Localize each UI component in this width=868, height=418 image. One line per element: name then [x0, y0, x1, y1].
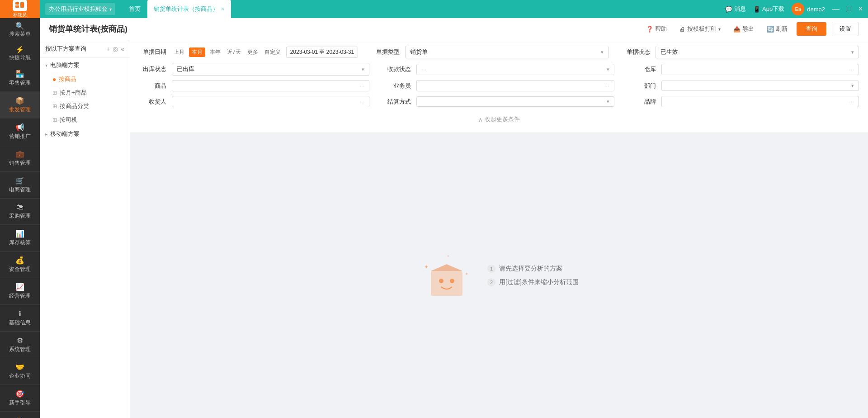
purchase-icon: 🛍 — [16, 203, 24, 211]
tree-sub-label-by-category: 按商品分类 — [60, 102, 89, 110]
date-tabs: 上月 本月 本年 近7天 更多 自定义 — [172, 48, 283, 57]
brand-dots: ··· — [849, 98, 854, 105]
sidebar-item-retail[interactable]: 🏪 零售管理 — [0, 65, 40, 92]
search-menu[interactable]: 🔍 搜索菜单 — [0, 18, 40, 42]
date-tab-more[interactable]: 更多 — [245, 48, 260, 57]
sidebar-item-basic[interactable]: ℹ 基础信息 — [0, 305, 40, 332]
date-tab-custom[interactable]: 自定义 — [263, 48, 283, 57]
inventory-icon: 📊 — [15, 229, 24, 238]
window-minimize-btn[interactable]: — — [832, 5, 840, 13]
tab-close-icon[interactable]: × — [221, 6, 224, 12]
collapse-panel-icon[interactable]: « — [121, 45, 124, 52]
scheme-panel-header: 按以下方案查询 + ◎ « — [40, 40, 130, 58]
user-profile[interactable]: Ea demo2 — [792, 3, 825, 15]
message-icon: 💬 — [725, 6, 732, 13]
sidebar-item-inventory[interactable]: 📊 库存核算 — [0, 225, 40, 252]
doc-status-label: 单据状态 — [614, 48, 650, 56]
app-download-btn[interactable]: 📱 App下载 — [753, 5, 784, 13]
receiver-select[interactable]: ··· — [172, 96, 369, 107]
svg-marker-4 — [431, 264, 462, 271]
doc-status-select[interactable]: 已生效 ▾ — [656, 46, 859, 58]
tree-sub-item-by-month-product[interactable]: ⊞ 按月+商品 — [40, 86, 130, 100]
account-selector[interactable]: 办公用品行业模拟账套 ▾ — [45, 3, 115, 15]
svg-rect-1 — [15, 5, 19, 8]
pay-status-dots: ··· — [421, 66, 426, 73]
page-header: 销货单统计表(按商品) ❓ 帮助 🖨 按模板打印 ▾ 📤 导出 🔄 刷新 — [40, 18, 868, 40]
date-tab-7days[interactable]: 近7天 — [225, 48, 243, 57]
tree-sub-item-by-category[interactable]: ⊞ 按商品分类 — [40, 100, 130, 113]
out-status-label: 出库状态 — [139, 65, 166, 73]
tree-sub-item-by-cashier[interactable]: ⊞ 按司机 — [40, 113, 130, 127]
svg-point-5 — [439, 279, 443, 283]
sales-icon: 💼 — [15, 150, 24, 158]
date-tab-this-year[interactable]: 本年 — [208, 48, 222, 57]
window-maximize-btn[interactable]: □ — [847, 5, 851, 13]
quick-nav[interactable]: ⚡ 快捷导航 — [0, 42, 40, 65]
tree-sub-item-by-product[interactable]: ● 按商品 — [40, 72, 130, 86]
marketing-icon: 📢 — [15, 123, 24, 132]
tree-item-label: 电脑端方案 — [50, 61, 80, 69]
top-bar: 办公用品行业模拟账套 ▾ 首页 销货单统计表（按商品） × 💬 消息 📱 App… — [40, 0, 868, 18]
sidebar-item-enterprise[interactable]: 🤝 企业协同 — [0, 358, 40, 385]
svg-rect-0 — [15, 2, 19, 5]
content-area: 销货单统计表(按商品) ❓ 帮助 🖨 按模板打印 ▾ 📤 导出 🔄 刷新 — [40, 18, 868, 418]
tree-sub-label-by-month-product: 按月+商品 — [60, 89, 87, 97]
salesman-dots: ··· — [604, 82, 609, 89]
sidebar-item-finance[interactable]: 💰 资金管理 — [0, 252, 40, 278]
sidebar-item-system[interactable]: ⚙ 系统管理 — [0, 332, 40, 358]
basic-icon: ℹ — [19, 309, 21, 318]
sidebar-item-purchase[interactable]: 🛍 采购管理 — [0, 199, 40, 225]
sidebar-item-apps[interactable]: 📱 应用中心 — [0, 412, 40, 418]
svg-rect-3 — [431, 271, 462, 296]
warehouse-select[interactable]: ··· — [661, 64, 859, 75]
logo-icon — [13, 0, 27, 11]
app-icon: 📱 — [753, 6, 760, 13]
warehouse-label: 仓库 — [620, 65, 656, 73]
product-select[interactable]: ··· — [172, 80, 369, 91]
sidebar-item-guide[interactable]: 🎯 新手引导 — [0, 385, 40, 412]
sidebar-item-ecommerce[interactable]: 🛒 电商管理 — [0, 172, 40, 199]
sidebar-item-sales[interactable]: 💼 销售管理 — [0, 145, 40, 172]
salesman-select[interactable]: ··· — [416, 80, 614, 91]
top-bar-right: 💬 消息 📱 App下载 Ea demo2 — □ × — [725, 3, 863, 15]
refresh-icon: 🔄 — [767, 26, 774, 33]
dept-select[interactable]: ▾ — [661, 81, 859, 91]
sidebar: 标筱员 🔍 搜索菜单 ⚡ 快捷导航 🏪 零售管理 📦 批发管理 📢 营销推广 💼… — [0, 0, 40, 418]
doc-type-select[interactable]: 销货单 ▾ — [405, 46, 609, 58]
main-area: 办公用品行业模拟账套 ▾ 首页 销货单统计表（按商品） × 💬 消息 📱 App… — [40, 0, 868, 418]
filter-row-2: 出库状态 已出库 ▾ 收款状态 ··· ▾ 仓库 — [139, 63, 859, 76]
query-button[interactable]: 查询 — [797, 22, 826, 36]
tree-item-desktop[interactable]: ▾ 电脑端方案 — [40, 58, 130, 72]
tree-item-mobile[interactable]: ▸ 移动端方案 — [40, 127, 130, 141]
refresh-btn[interactable]: 🔄 刷新 — [763, 23, 791, 35]
sidebar-item-marketing[interactable]: 📢 营销推广 — [0, 119, 40, 145]
filter-section: 单据日期 上月 本月 本年 近7天 更多 自定义 2023-03-01 至 20… — [130, 40, 868, 133]
help-btn[interactable]: ❓ 帮助 — [642, 23, 670, 35]
add-scheme-icon[interactable]: + — [106, 45, 110, 52]
message-btn[interactable]: 💬 消息 — [725, 5, 746, 13]
brand-select[interactable]: ··· — [661, 96, 859, 107]
date-tab-last-month[interactable]: 上月 — [172, 48, 186, 57]
doc-status-value: 已生效 — [660, 48, 678, 56]
account-name: 办公用品行业模拟账套 — [49, 5, 108, 13]
setting-button[interactable]: 设置 — [832, 22, 859, 36]
filter-row-4: 收货人 ··· 结算方式 ▾ 品牌 ··· — [139, 96, 859, 107]
sidebar-item-operation[interactable]: 📈 经营管理 — [0, 278, 40, 305]
out-status-select[interactable]: 已出库 ▾ — [172, 63, 369, 76]
date-range-display[interactable]: 2023-03-01 至 2023-03-31 — [286, 47, 358, 58]
collapse-bar[interactable]: ∧ 收起更多条件 — [139, 112, 859, 127]
date-tab-this-month[interactable]: 本月 — [189, 48, 205, 57]
export-btn[interactable]: 📤 导出 — [730, 23, 758, 35]
settlement-select[interactable]: ▾ — [416, 96, 614, 107]
pay-status-select[interactable]: ··· ▾ — [416, 64, 614, 75]
settings-scheme-icon[interactable]: ◎ — [113, 45, 118, 52]
window-close-btn[interactable]: × — [859, 5, 863, 13]
tab-sales-stats[interactable]: 销货单统计表（按商品） × — [147, 0, 231, 18]
print-btn[interactable]: 🖨 按模板打印 ▾ — [676, 23, 724, 35]
sidebar-logo[interactable]: 标筱员 — [0, 0, 40, 18]
doc-type-label: 单据类型 — [363, 48, 400, 56]
avatar: Ea — [792, 3, 804, 15]
print-dropdown-icon: ▾ — [718, 27, 721, 32]
tab-home[interactable]: 首页 — [123, 0, 147, 18]
sidebar-item-wholesale[interactable]: 📦 批发管理 — [0, 92, 40, 119]
